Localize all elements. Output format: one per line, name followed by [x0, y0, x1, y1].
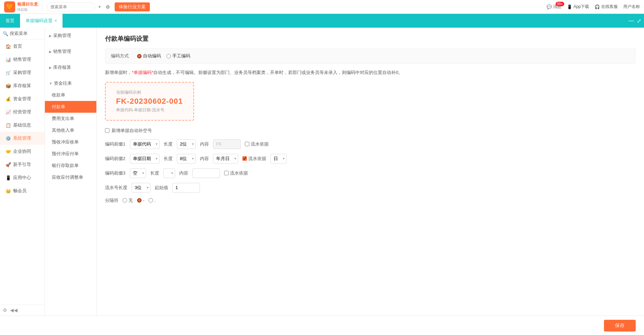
sidebar-item-inventory[interactable]: 📦 库存核算	[0, 79, 45, 92]
minimize-button[interactable]: —	[628, 18, 634, 24]
search-icon: 🔍	[3, 31, 8, 36]
serial-length-select[interactable]: 3位	[132, 183, 151, 193]
search-input[interactable]	[47, 2, 95, 11]
prefix2-content-select[interactable]: 年月日	[213, 154, 238, 164]
separator-none-option[interactable]: 无	[123, 197, 133, 204]
code-preview-box: 当前编码示例 FK-20230602-001 单据代码-单据日期-流水号	[105, 82, 194, 121]
highlight-text: *单据编码*	[132, 70, 153, 75]
preview-label: 当前编码示例	[116, 90, 183, 95]
prefix3-select[interactable]: 空	[130, 168, 146, 178]
submenu-item-expense[interactable]: 费用支出单	[45, 113, 96, 124]
prefix3-length-label: 长度	[150, 170, 159, 176]
sidebar-item-home[interactable]: 🏠 首页	[0, 40, 45, 53]
start-value-input[interactable]	[172, 183, 200, 193]
prefix2-stream-check[interactable]	[242, 156, 247, 161]
sidebar-item-finance[interactable]: 💰 资金管理	[0, 92, 45, 105]
submenu-group-sales: ▶ 销售管理	[45, 44, 96, 59]
separator-dot-radio[interactable]	[148, 198, 153, 203]
prefix2-row: 编码前缀2 单据日期 长度 8位 内容 年月日 流水依据	[105, 154, 636, 164]
prefix3-stream-checkbox: 流水依据	[224, 170, 248, 176]
headset-icon: 🎧	[595, 4, 600, 9]
prefix2-label: 编码前缀2	[105, 156, 126, 162]
topbar-right: 💬 消息 99+ 📱 App下载 🎧 在线客服 用户名称	[547, 4, 640, 10]
bottom-bar: 保存	[0, 316, 644, 335]
submenu-item-prepay-receivable[interactable]: 预收冲应收单	[45, 136, 96, 148]
prefix1-content-input[interactable]	[213, 139, 241, 149]
guide-icon: 🚀	[6, 162, 11, 167]
sidebar-item-operations[interactable]: 📈 经营管理	[0, 105, 45, 119]
sidebar-search[interactable]: 🔍 搜索菜单	[0, 28, 45, 40]
prefix3-length-wrapper	[163, 168, 175, 178]
app-download-button[interactable]: 📱 App下载	[567, 4, 589, 10]
sidebar-item-basics[interactable]: 📋 基础信息	[0, 119, 45, 132]
submenu-title-purchase[interactable]: ▶ 采购管理	[45, 30, 96, 41]
separator-none-radio[interactable]	[123, 198, 127, 203]
sidebar-item-member[interactable]: 👑 畅会员	[0, 184, 45, 197]
submenu-group-purchase: ▶ 采购管理	[45, 28, 96, 44]
system-icon: ⚙️	[6, 136, 11, 141]
prefix2-length-select[interactable]: 8位	[177, 154, 196, 164]
maximize-button[interactable]: ⤢	[637, 18, 641, 24]
user-profile[interactable]: 用户名称	[623, 4, 640, 10]
submenu-item-payment[interactable]: 付款单	[45, 101, 96, 113]
member-icon: 👑	[6, 188, 11, 194]
submenu-title-finance[interactable]: ▼ 资金往来	[45, 77, 96, 89]
auto-fill-label: 新增单据自动补空号	[112, 128, 152, 134]
separator-dash-radio[interactable]	[137, 198, 142, 203]
sidebar-item-purchase[interactable]: 🛒 采购管理	[0, 66, 45, 79]
prefix1-content-label: 内容	[200, 141, 209, 147]
prefix1-length-select[interactable]: 2位	[177, 139, 196, 149]
online-service-button[interactable]: 🎧 在线客服	[595, 4, 618, 10]
prefix1-length-wrapper: 2位	[177, 139, 196, 149]
submenu-item-other-income[interactable]: 其他收入单	[45, 124, 96, 136]
sidebar-item-appcenter[interactable]: 📱 应用中心	[0, 171, 45, 184]
auto-fill-row: 新增单据自动补空号	[105, 128, 636, 134]
prefix3-stream-check[interactable]	[224, 171, 229, 175]
sales-icon: 📊	[6, 57, 11, 62]
prefix2-stream-option-wrapper: 日	[270, 154, 287, 164]
prefix3-content-input[interactable]	[192, 168, 220, 178]
main-layout: 🔍 搜索菜单 🏠 首页 📊 销售管理 🛒 采购管理 📦 库存核算 💰 资金管理 …	[0, 28, 644, 316]
settings-bottom-icon[interactable]: ⚙	[3, 307, 7, 313]
prefix1-select-wrapper: 单据代码	[130, 139, 160, 149]
submenu-item-adjustment[interactable]: 应收应付调整单	[45, 171, 96, 183]
sidebar-item-system[interactable]: ⚙️ 系统管理	[0, 132, 45, 145]
submenu-title-inventory[interactable]: ▶ 库存核算	[45, 62, 96, 73]
prefix1-row: 编码前缀1 单据代码 长度 2位 内容 流水依据	[105, 139, 636, 149]
submenu-item-receipt[interactable]: 收款单	[45, 89, 96, 101]
tab-close-icon[interactable]: ×	[55, 18, 57, 23]
prefix1-stream-check[interactable]	[245, 142, 249, 146]
serial-length-row: 流水号长度 3位 起始值	[105, 183, 636, 193]
prefix1-select[interactable]: 单据代码	[130, 139, 160, 149]
topbar-divider	[42, 3, 42, 10]
prefix3-length-select[interactable]	[163, 168, 175, 178]
experience-button[interactable]: 体验行业方案	[115, 2, 150, 11]
manual-encoding-option[interactable]: 手工编码	[166, 53, 190, 59]
collapse-icon[interactable]: ◀◀	[10, 307, 18, 313]
tab-home[interactable]: 首页	[0, 14, 20, 28]
prefix2-stream-option-select[interactable]: 日	[270, 154, 287, 164]
submenu-group-finance: ▼ 资金往来 收款单 付款单 费用支出单 其他收入单 预收冲应收单 预付冲应付单…	[45, 75, 96, 185]
separator-label: 分隔符	[105, 197, 118, 204]
separator-dot-option[interactable]: .	[148, 198, 156, 203]
sidebar-item-guide[interactable]: 🚀 新手引导	[0, 158, 45, 171]
settings-icon[interactable]: ⚙	[104, 3, 112, 11]
sidebar-item-enterprise[interactable]: 🤝 企业协同	[0, 145, 45, 158]
dropdown-arrow-icon[interactable]: ▾	[98, 4, 101, 9]
prefix3-label: 编码前缀3	[105, 170, 126, 176]
submenu-item-bank[interactable]: 银行存取款单	[45, 160, 96, 171]
message-button[interactable]: 💬 消息 99+	[547, 4, 561, 10]
auto-encoding-option[interactable]: 自动编码	[137, 53, 161, 59]
submenu-item-prepay-payable[interactable]: 预付冲应付单	[45, 148, 96, 160]
save-button[interactable]: 保存	[604, 320, 636, 332]
manual-encoding-radio[interactable]	[166, 54, 171, 58]
prefix2-select[interactable]: 单据日期	[130, 154, 160, 164]
submenu-title-sales[interactable]: ▶ 销售管理	[45, 46, 96, 57]
prefix1-length-label: 长度	[164, 141, 173, 147]
auto-encoding-radio[interactable]	[137, 54, 142, 58]
separator-dash-option[interactable]: -	[137, 198, 144, 203]
sidebar-item-sales[interactable]: 📊 销售管理	[0, 53, 45, 66]
auto-fill-checkbox[interactable]	[105, 128, 109, 133]
tab-document-code[interactable]: 单据编码设置 ×	[20, 14, 63, 28]
serial-length-label: 流水号长度	[105, 185, 127, 191]
